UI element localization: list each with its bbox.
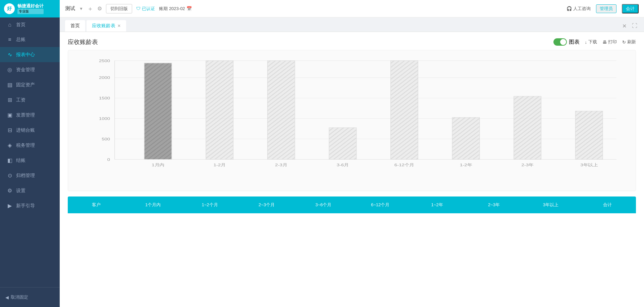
bar-chart-svg: 0 500 1000 1500 2000 2500	[78, 57, 626, 184]
shield-icon: 🛡	[136, 6, 141, 11]
sidebar-item-label: 设置	[16, 188, 25, 194]
sidebar-item-archive[interactable]: ⊙ 归档管理	[0, 168, 60, 183]
svg-text:6-12个月: 6-12个月	[394, 163, 414, 167]
expand-window-button[interactable]: ⛶	[631, 21, 639, 31]
content-area: 首页应收账龄表✕ ✕ ⛶ 应收账龄表 图表 ↓ 下载	[60, 17, 644, 307]
switch-old-version-button[interactable]: 切到旧版	[106, 4, 132, 13]
funds-nav-icon: ◎	[7, 67, 13, 73]
svg-rect-19	[391, 61, 418, 160]
sidebar-item-label: 固定资产	[16, 82, 35, 88]
page-title: 应收账龄表	[68, 38, 98, 46]
logo-icon: 好	[4, 3, 15, 14]
download-button[interactable]: ↓ 下载	[585, 39, 597, 45]
table-column-header: 1~2年	[409, 196, 465, 213]
sidebar-item-settings[interactable]: ⚙ 设置	[0, 183, 60, 198]
logo-text: 畅捷通好会计 专业版	[17, 3, 44, 14]
svg-text:500: 500	[102, 137, 110, 141]
workspace-settings-icon[interactable]: ⚙	[97, 5, 102, 12]
svg-text:1500: 1500	[99, 96, 110, 100]
table-column-header: 3~6个月	[295, 196, 352, 213]
sidebar-item-invoices[interactable]: ▣ 发票管理	[0, 107, 60, 123]
sidebar-item-newguide[interactable]: ▶ 新手引导	[0, 198, 60, 213]
print-icon: 🖶	[602, 40, 607, 45]
table-column-header: 合计	[579, 196, 636, 213]
refresh-icon: ↻	[622, 40, 626, 45]
certified-status: 🛡 已认证	[136, 6, 155, 12]
download-icon: ↓	[585, 40, 587, 45]
close-window-button[interactable]: ✕	[621, 21, 628, 31]
svg-rect-17	[267, 61, 295, 160]
pin-icon: ◀	[5, 295, 9, 300]
svg-rect-16	[206, 61, 233, 160]
sidebar-item-label: 发票管理	[16, 112, 35, 118]
add-workspace-button[interactable]: ＋	[87, 5, 93, 13]
tab-close-button[interactable]: ✕	[117, 24, 121, 28]
sidebar-item-assets[interactable]: ▤ 固定资产	[0, 77, 60, 92]
svg-rect-20	[452, 118, 480, 160]
refresh-button[interactable]: ↻ 刷新	[622, 39, 636, 45]
sidebar-item-label: 首页	[16, 22, 25, 28]
tab-label: 应收账龄表	[92, 23, 115, 28]
svg-rect-22	[575, 111, 603, 160]
svg-rect-21	[514, 96, 541, 160]
svg-text:0: 0	[107, 157, 110, 162]
tab-home[interactable]: 首页	[65, 20, 85, 32]
tabbar: 首页应收账龄表✕ ✕ ⛶	[60, 17, 644, 32]
tabbar-right: ✕ ⛶	[621, 21, 639, 31]
table-column-header: 2~3个月	[238, 196, 295, 213]
reports-nav-icon: ∿	[7, 51, 13, 58]
sidebar-nav: ⌂ 首页 ≡ 总账 ∿ 报表中心 ◎ 资金管理 ▤ 固定资产 ⊞ 工资 ▣ 发票…	[0, 17, 60, 287]
sidebar-item-home[interactable]: ⌂ 首页	[0, 17, 60, 32]
workspace-name: 测试	[65, 5, 75, 12]
svg-text:2-3年: 2-3年	[522, 163, 534, 167]
sidebar-item-label: 税务管理	[16, 142, 35, 148]
svg-rect-15	[144, 63, 172, 160]
page-header: 应收账龄表 图表 ↓ 下载 🖶 打印 ↻	[60, 32, 644, 50]
sidebar-item-reports[interactable]: ∿ 报表中心	[0, 47, 60, 62]
table-container: 客户1个月内1~2个月2~3个月3~6个月6~12个月1~2年2~3年3年以上合…	[68, 196, 636, 213]
svg-text:3年以上: 3年以上	[580, 163, 598, 167]
sidebar-item-label: 归档管理	[16, 173, 35, 179]
sidebar-item-ledger[interactable]: ≡ 总账	[0, 32, 60, 47]
svg-rect-18	[329, 128, 357, 160]
topbar: 测试 ▼ ＋ ⚙ 切到旧版 🛡 已认证 账期 2023-02 📅 🎧 人工咨询 …	[60, 0, 644, 17]
customer-service-button[interactable]: 🎧 人工咨询	[567, 6, 591, 12]
chart-toggle[interactable]	[553, 38, 567, 46]
workspace-dropdown[interactable]: ▼	[79, 6, 83, 11]
cancel-fixed-button[interactable]: ◀ 取消固定	[0, 291, 60, 304]
sidebar-item-label: 进销台账	[16, 127, 35, 133]
table-column-header: 2~3年	[466, 196, 522, 213]
chart-toggle-label: 图表	[569, 39, 580, 46]
sidebar-item-funds[interactable]: ◎ 资金管理	[0, 62, 60, 77]
svg-text:1-2月: 1-2月	[214, 163, 226, 167]
salary-nav-icon: ⊞	[7, 97, 13, 103]
table-column-header: 1~2个月	[181, 196, 238, 213]
table-column-header: 客户	[68, 196, 124, 213]
sidebar-item-closing[interactable]: ◧ 结账	[0, 153, 60, 168]
main-area: 测试 ▼ ＋ ⚙ 切到旧版 🛡 已认证 账期 2023-02 📅 🎧 人工咨询 …	[60, 0, 644, 307]
svg-text:1-2年: 1-2年	[460, 163, 472, 167]
svg-text:2-3月: 2-3月	[275, 163, 287, 167]
svg-text:1000: 1000	[99, 117, 110, 121]
sidebar-bottom: ◀ 取消固定	[0, 287, 60, 307]
manager-button[interactable]: 管理员	[596, 4, 616, 13]
table-column-header: 3年以上	[522, 196, 579, 213]
assets-nav-icon: ▤	[7, 82, 13, 88]
calendar-icon[interactable]: 📅	[186, 6, 192, 11]
ledger-nav-icon: ≡	[7, 37, 13, 43]
print-button[interactable]: 🖶 打印	[602, 39, 617, 45]
sidebar-item-label: 新手引导	[16, 203, 35, 209]
sidebar-item-tax[interactable]: ◈ 税务管理	[0, 138, 60, 153]
sidebar-item-label: 总账	[16, 37, 25, 43]
sidebar: 好 畅捷通好会计 专业版 ⌂ 首页 ≡ 总账 ∿ 报表中心 ◎ 资金管理 ▤ 固…	[0, 0, 60, 307]
sidebar-item-salary[interactable]: ⊞ 工资	[0, 92, 60, 107]
table-column-header: 1个月内	[124, 196, 181, 213]
invoices-nav-icon: ▣	[7, 112, 13, 118]
accountant-button[interactable]: 会计	[622, 4, 639, 13]
sidebar-item-label: 资金管理	[16, 67, 35, 73]
tab-aging[interactable]: 应收账龄表✕	[87, 20, 126, 32]
tax-nav-icon: ◈	[7, 142, 13, 148]
sidebar-item-purchase[interactable]: ⊟ 进销台账	[0, 123, 60, 138]
headset-icon: 🎧	[567, 6, 572, 11]
svg-text:3-6月: 3-6月	[337, 163, 349, 167]
